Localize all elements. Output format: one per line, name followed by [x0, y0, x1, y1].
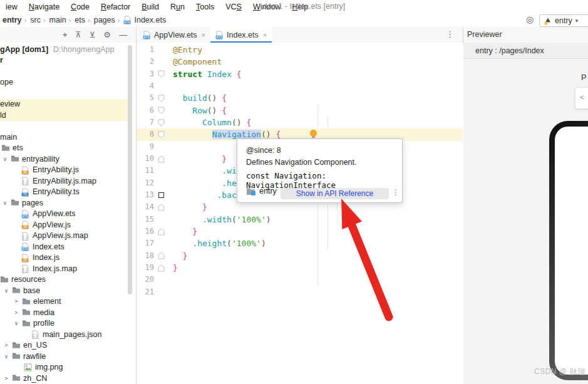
code-line-17[interactable]: 17 .height('100%') [137, 237, 463, 249]
hide-panel-icon[interactable]: — [119, 30, 127, 39]
fold-close-icon[interactable] [157, 204, 165, 211]
chevron-down-icon[interactable]: ∨ [3, 288, 9, 294]
code-editor[interactable]: 1@Entry2@Component3struct Index {45 buil… [137, 43, 463, 384]
code-text: Column() { [173, 117, 251, 128]
color-swatch[interactable] [158, 192, 164, 198]
tree-row-profile[interactable]: ∨profile [0, 318, 128, 330]
locate-target-icon[interactable]: ◎ [526, 14, 534, 24]
previewer-collapse-card[interactable]: < [575, 87, 588, 109]
code-line-1[interactable]: 1@Entry [137, 44, 463, 56]
tree-row-rawfile[interactable]: ∨rawfile [0, 351, 128, 362]
code-line-2[interactable]: 2@Component [137, 56, 463, 68]
code-line-3[interactable]: 3struct Index { [137, 68, 463, 80]
tree-row-en_us[interactable]: >en_US [0, 340, 128, 351]
svg-text:JS: JS [23, 259, 26, 262]
collapse-all-icon[interactable]: ⊼ [75, 30, 81, 39]
tabbar-kebab-icon[interactable]: ⋮ [446, 29, 454, 39]
code-line-7[interactable]: 7 Column() { [137, 117, 463, 128]
tree-row-element[interactable]: >element [0, 296, 128, 308]
tree-row-main[interactable]: main [0, 132, 128, 143]
module-icon [246, 187, 256, 195]
menu-item-navigate[interactable]: Navigate [23, 3, 65, 11]
fold-open-icon[interactable] [157, 106, 165, 114]
tree-row-base[interactable]: ∨base [0, 285, 128, 296]
fold-open-icon[interactable] [157, 119, 165, 127]
tree-row-ld[interactable]: ld [0, 110, 128, 121]
intention-bulb-icon[interactable] [310, 130, 317, 138]
code-line-21[interactable]: 21 [137, 286, 463, 298]
tab-close-icon[interactable]: × [202, 31, 205, 39]
tree-row-r[interactable]: r [0, 55, 128, 66]
code-line-6[interactable]: 6 Row() { [137, 105, 463, 117]
code-line-14[interactable]: 14 } [137, 201, 463, 213]
menu-item-run[interactable]: Run [165, 3, 190, 11]
menu-item-build[interactable]: Build [136, 3, 165, 11]
code-text: .width('100%') [173, 214, 271, 226]
tree-row-index-js-map[interactable]: {..}Index.js.map [0, 263, 128, 274]
tree-row-main_pages-json[interactable]: {..}main_pages.json [0, 329, 128, 340]
run-config-button[interactable]: entry ▾ [539, 14, 588, 27]
tree-row-appview-js[interactable]: JSAppView.js [0, 219, 128, 231]
chevron-down-icon[interactable]: ∨ [2, 156, 8, 162]
fold-open-icon[interactable] [157, 131, 165, 138]
tree-row-media[interactable]: >media [0, 307, 128, 318]
code-line-15[interactable]: 15 .width('100%') [137, 214, 463, 226]
code-line-19[interactable]: 19} [137, 262, 463, 274]
menu-item-refactor[interactable]: Refactor [95, 3, 136, 11]
project-scrollbar[interactable] [128, 45, 132, 294]
tree-row-ets[interactable]: ets [0, 143, 128, 154]
menu-item-code[interactable]: Code [65, 3, 95, 11]
tree-row-entryability-js-map[interactable]: {..}EntryAbility.js.map [0, 175, 128, 187]
tree-row-eview[interactable]: eview [0, 99, 128, 110]
watermark: CSDN @·耿瑞 [534, 366, 585, 377]
js-icon: JS [21, 166, 30, 174]
code-line-18[interactable]: 18 } [137, 250, 463, 262]
tree-row-zh_cn[interactable]: >zh_CN [0, 373, 128, 384]
fold-close-icon[interactable] [157, 155, 165, 163]
code-line-16[interactable]: 16 } [137, 226, 463, 237]
fold-close-icon[interactable] [157, 228, 165, 236]
show-in-api-reference-button[interactable]: Show in API Reference [281, 188, 389, 199]
menu-item-vcs[interactable]: VCS [220, 3, 247, 11]
tree-row-entryability-ts[interactable]: TSEntryAbility.ts [0, 187, 128, 198]
tooltip-kebab-icon[interactable]: ⋮ [392, 188, 400, 197]
tab-index-ets[interactable]: ETSIndex.ets× [210, 27, 272, 43]
chevron-right-icon[interactable]: > [3, 342, 9, 348]
settings-gear-icon[interactable]: ⚙ [103, 30, 111, 39]
tree-row-index-ets[interactable]: ETSIndex.ets [0, 241, 128, 252]
code-line-5[interactable]: 5 build() { [137, 92, 463, 104]
tab-close-icon[interactable]: × [263, 31, 267, 39]
tree-row-index-js[interactable]: JSIndex.js [0, 252, 128, 264]
tree-row-img-png[interactable]: img.png [0, 362, 128, 373]
chevron-down-icon[interactable]: ∨ [3, 353, 9, 360]
tree-item-label: element [33, 297, 61, 306]
chevron-right-icon[interactable]: > [13, 298, 19, 304]
fold-open-icon[interactable] [157, 70, 165, 78]
tree-row-appview-ets[interactable]: ETSAppView.ets [0, 209, 128, 220]
editor-tabs: ETSAppView.ets×ETSIndex.ets× [138, 27, 272, 43]
tree-row-appview-js-map[interactable]: {..}AppView.js.map [0, 231, 128, 242]
locate-file-icon[interactable]: ⌖ [63, 30, 67, 40]
code-line-4[interactable]: 4 [137, 80, 463, 92]
tree-row-entryability[interactable]: ∨entryability [0, 153, 128, 165]
chevron-right-icon[interactable]: > [13, 309, 19, 316]
code-line-20[interactable]: 20 [137, 274, 463, 286]
line-number: 18 [137, 250, 154, 262]
tree-row-gapp-dom1-[interactable]: gApp [dom1]D:\hongmengApp [0, 44, 128, 55]
tree-item-label: ld [0, 111, 6, 120]
menu-item-iew[interactable]: iew [0, 3, 23, 11]
tree-row-entryability-js[interactable]: JSEntryAbility.js [0, 165, 128, 176]
tree-row-ope[interactable]: ope [0, 77, 128, 88]
fold-open-icon[interactable] [157, 95, 165, 102]
chevron-down-icon[interactable]: ∨ [13, 320, 19, 326]
tab-appview-ets[interactable]: ETSAppView.ets× [138, 27, 210, 43]
expand-all-icon[interactable]: ⊻ [90, 30, 96, 39]
fold-close-icon[interactable] [157, 252, 165, 259]
tree-row-pages[interactable]: ∨pages [0, 197, 128, 209]
chevron-down-icon[interactable]: ∨ [2, 200, 8, 206]
menu-item-tools[interactable]: Tools [190, 3, 220, 11]
chevron-right-icon[interactable]: > [3, 375, 9, 381]
fold-close-icon[interactable] [157, 264, 165, 272]
tree-row-resources[interactable]: resources [0, 274, 128, 286]
folder-icon [22, 319, 31, 328]
